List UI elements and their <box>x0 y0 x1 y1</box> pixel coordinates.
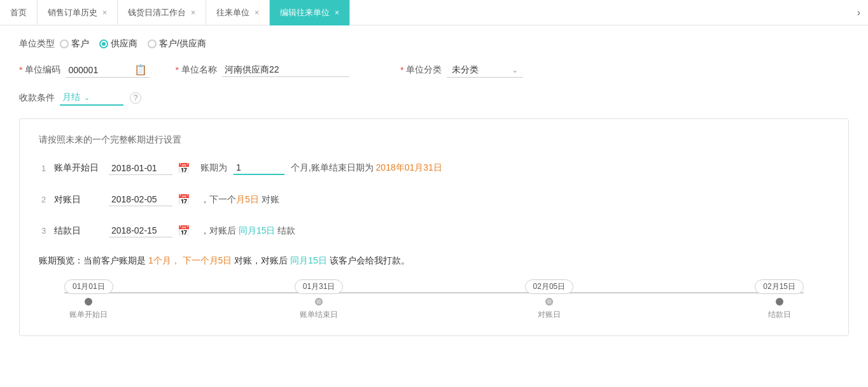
timeline-badge-3: 02月05日 <box>525 279 574 294</box>
radio-customer[interactable]: 客户 <box>60 38 89 50</box>
timeline-point-3: 02月05日 对账日 <box>525 279 574 320</box>
radio-circle-supplier <box>99 39 108 48</box>
period-desc-2: ，下一个月5日 对账 <box>200 194 279 206</box>
unit-code-input[interactable] <box>68 65 132 75</box>
date-input-1: 2018-01-01 📅 <box>109 162 190 175</box>
timeline-label-2: 账单结束日 <box>300 309 338 320</box>
timeline-dot-2 <box>315 298 323 306</box>
unit-class-arrow: ⌄ <box>512 66 518 74</box>
date-input-3: 2018-02-15 📅 <box>109 224 190 237</box>
unit-type-row: 单位类型 客户 供应商 客户/供应商 <box>19 38 849 50</box>
date-value-2: 2018-02-05 <box>109 193 172 206</box>
date-value-3: 2018-02-15 <box>109 224 172 237</box>
radio-supplier[interactable]: 供应商 <box>99 38 137 50</box>
close-tab-edit-partner[interactable]: × <box>335 8 339 17</box>
timeline-point-2: 01月31日 账单结束日 <box>295 279 344 320</box>
period-row-1: 1 账单开始日 2018-01-01 📅 账期为 个月,账单结束日期为 2018… <box>39 161 829 175</box>
unit-class-required: * <box>400 65 403 75</box>
payment-condition-row: 收款条件 月结 ⌄ ? <box>19 90 849 106</box>
close-tab-sales-history[interactable]: × <box>102 8 107 17</box>
payment-condition-label: 收款条件 <box>19 92 55 104</box>
timeline-label-3: 对账日 <box>538 309 561 320</box>
unit-class-value: 未分类 <box>452 64 507 76</box>
payment-condition-value: 月结 <box>62 92 80 103</box>
period-desc-3: ，对账后 同月15日 结款 <box>200 225 295 237</box>
unit-code-label: 单位编码 <box>25 64 60 76</box>
timeline-point-1: 01月01日 账单开始日 <box>64 279 113 320</box>
copy-icon[interactable]: 📋 <box>134 64 147 76</box>
unit-name-group: * 单位名称 <box>175 64 349 77</box>
timeline-dot-1 <box>85 298 92 306</box>
unit-class-label: 单位分类 <box>406 64 442 76</box>
close-tab-cash-work[interactable]: × <box>191 8 195 17</box>
timeline-dot-3 <box>545 298 553 306</box>
unit-info-row: * 单位编码 📋 * 单位名称 * 单位分类 未分类 ⌄ <box>19 62 849 78</box>
timeline-badge-1: 01月01日 <box>64 279 113 294</box>
payment-condition-arrow: ⌄ <box>84 94 90 102</box>
close-tab-partner[interactable]: × <box>255 8 259 17</box>
timeline-label-4: 结款日 <box>768 309 791 320</box>
period-label-1: 账单开始日 <box>54 162 99 174</box>
unit-code-input-wrapper: 📋 <box>66 62 150 78</box>
highlight-month5: 月5日 <box>236 194 259 204</box>
unit-code-group: * 单位编码 📋 <box>19 62 150 78</box>
unit-type-group: 单位类型 客户 供应商 客户/供应商 <box>19 38 206 50</box>
period-num-3: 3 <box>41 226 54 236</box>
period-num-2: 2 <box>41 195 54 204</box>
radio-circle-customer <box>60 39 69 48</box>
preview-part2: 下一个月5日 <box>183 255 232 265</box>
date-input-2: 2018-02-05 📅 <box>109 193 190 206</box>
radio-circle-both <box>148 39 157 48</box>
unit-code-required: * <box>19 65 22 75</box>
timeline-badge-2: 01月31日 <box>295 279 344 294</box>
page-content: 单位类型 客户 供应商 客户/供应商 * 单位编码 <box>0 25 868 387</box>
tabs-more-button[interactable]: › <box>850 7 868 18</box>
calendar-icon-1[interactable]: 📅 <box>178 162 190 174</box>
unit-class-select[interactable]: 未分类 ⌄ <box>447 63 523 78</box>
tab-edit-partner[interactable]: 编辑往来单位 × <box>270 0 350 25</box>
period-num-1: 1 <box>41 164 54 173</box>
preview-part1: 1个月， <box>148 255 180 265</box>
timeline-point-4: 02月15日 结款日 <box>755 279 804 320</box>
period-row-2: 2 对账日 2018-02-05 📅 ，下一个月5日 对账 <box>39 193 829 206</box>
card-hint: 请按照未来的一个完整帐期进行设置 <box>39 134 829 146</box>
unit-type-label: 单位类型 <box>19 38 55 50</box>
radio-both[interactable]: 客户/供应商 <box>148 38 206 50</box>
tab-partner[interactable]: 往来单位 × <box>206 0 270 25</box>
timeline-dot-4 <box>776 298 783 306</box>
tab-sales-history[interactable]: 销售订单历史 × <box>38 0 118 25</box>
calendar-icon-3[interactable]: 📅 <box>178 225 190 237</box>
help-icon[interactable]: ? <box>130 92 141 104</box>
tab-home[interactable]: 首页 <box>0 0 38 25</box>
timeline-label-1: 账单开始日 <box>69 309 108 320</box>
unit-name-required: * <box>175 65 178 75</box>
unit-class-group: * 单位分类 未分类 ⌄ <box>400 63 523 78</box>
period-label-3: 结款日 <box>54 225 99 237</box>
timeline-wrapper: 01月01日 账单开始日 01月31日 账单结束日 02月05日 对账日 <box>39 279 829 320</box>
inner-card: 请按照未来的一个完整帐期进行设置 1 账单开始日 2018-01-01 📅 账期… <box>19 118 849 336</box>
date-value-1: 2018-01-01 <box>109 162 172 175</box>
preview-part3: 同月15日 <box>290 255 327 265</box>
month-input[interactable] <box>234 161 284 175</box>
unit-type-radio-group: 客户 供应商 客户/供应商 <box>60 38 206 50</box>
timeline-badge-4: 02月15日 <box>755 279 804 294</box>
preview-text: 账期预览：当前客户账期是 1个月， 下一个月5日 对账，对账后 同月15日 该客… <box>39 255 829 267</box>
period-desc-1: 账期为 个月,账单结束日期为 2018年01月31日 <box>200 161 442 175</box>
payment-condition-select[interactable]: 月结 ⌄ <box>60 90 123 106</box>
tabs-bar: 首页 销售订单历史 × 钱货日清工作台 × 往来单位 × 编辑往来单位 × › <box>0 0 868 25</box>
unit-name-label: 单位名称 <box>181 64 217 76</box>
period-row-3: 3 结款日 2018-02-15 📅 ，对账后 同月15日 结款 <box>39 224 829 237</box>
tab-cash-work[interactable]: 钱货日清工作台 × <box>118 0 206 25</box>
period-label-2: 对账日 <box>54 194 99 206</box>
calendar-icon-2[interactable]: 📅 <box>178 194 190 206</box>
highlight-same-month15: 同月15日 <box>239 225 276 236</box>
unit-name-input[interactable] <box>222 64 349 77</box>
date-highlight-1: 2018年01月31日 <box>376 162 442 172</box>
